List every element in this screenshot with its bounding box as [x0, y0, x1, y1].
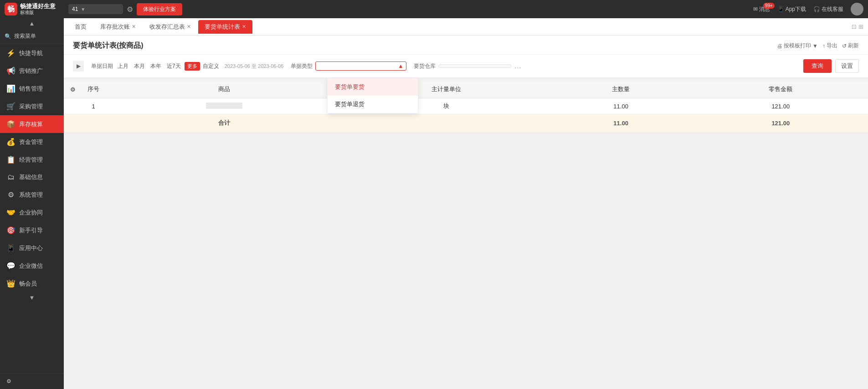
sidebar-scroll-up[interactable]: ▲ — [0, 18, 64, 29]
message-icon: ✉ — [753, 6, 758, 12]
col-product-header: 商品 — [105, 81, 344, 98]
export-button[interactable]: ↑ 导出 — [822, 42, 837, 50]
this-month-button[interactable]: 本月 — [132, 61, 147, 71]
tab-requisition-label: 要货单统计表 — [205, 23, 240, 31]
table-row[interactable]: 1 块 11.00 121.00 — [64, 98, 868, 114]
footer-quantity: 11.00 — [549, 114, 693, 132]
warehouse-filter-label: 要货仓库 — [414, 62, 436, 70]
sidebar-item-system[interactable]: ⚙ 系统管理 — [0, 186, 64, 204]
type-filter-arrow-icon[interactable]: ▲ — [398, 63, 403, 69]
filter-more-icon[interactable]: … — [514, 62, 521, 70]
custom-date-button[interactable]: 自定义 — [203, 62, 219, 70]
sidebar-settings-button[interactable]: ⚙ — [0, 374, 64, 389]
footer-unit — [344, 114, 549, 132]
refresh-label: 刷新 — [848, 42, 859, 50]
table-footer-row: 合计 11.00 121.00 — [64, 114, 868, 132]
sales-icon: 📊 — [6, 84, 15, 93]
sidebar-item-purchase[interactable]: 🛒 采购管理 — [0, 97, 64, 115]
tab-batch[interactable]: 库存批次账 ✕ — [94, 20, 142, 34]
messages-button[interactable]: ✉ 消息 99+ — [753, 5, 770, 13]
filter-expand-button[interactable]: ▶ — [73, 61, 84, 72]
logo-text: 畅捷通好生意 标准版 — [20, 3, 56, 15]
app-download-label: App下载 — [786, 5, 806, 13]
table-header-row: ⚙ 序号 商品 主计量单位 主数量 零售金额 — [64, 81, 868, 98]
sidebar-item-collab[interactable]: 🤝 企业协同 — [0, 204, 64, 221]
sidebar-scroll-down[interactable]: ▼ — [0, 292, 64, 303]
top-bar: 畅 畅捷通好生意 标准版 41 ▼ ⚙ 体验行业方案 ✉ 消息 99+ 📱 Ap… — [0, 0, 868, 18]
tab-requisition[interactable]: 要货单统计表 ✕ — [198, 20, 252, 34]
sidebar-item-inventory[interactable]: 📦 库存核算 — [0, 115, 64, 133]
col-settings-header[interactable]: ⚙ — [64, 81, 82, 98]
more-date-button[interactable]: 更多 — [185, 62, 200, 71]
wxbiz-icon: 💬 — [6, 261, 15, 270]
sidebar-item-marketing[interactable]: 📢 营销推广 — [0, 62, 64, 80]
branch-selector[interactable]: 41 ▼ — [68, 4, 123, 14]
tab-home[interactable]: 首页 — [68, 20, 93, 34]
sidebar-item-wxbiz[interactable]: 💬 企业微信 — [0, 257, 64, 275]
sidebar-appcenter-label: 应用中心 — [19, 244, 43, 252]
sidebar-sales-label: 销售管理 — [19, 85, 43, 93]
branch-arrow-icon: ▼ — [81, 7, 85, 12]
sidebar-item-guide[interactable]: 🎯 新手引导 — [0, 221, 64, 239]
guide-icon: 🎯 — [6, 226, 15, 235]
filter-settings-button[interactable]: 设置 — [835, 59, 859, 73]
footer-empty — [64, 114, 105, 132]
sidebar-item-appcenter[interactable]: 📱 应用中心 — [0, 239, 64, 257]
tab-summary-label: 收发存汇总表 — [149, 23, 185, 31]
branch-name: 41 — [72, 6, 78, 12]
quicknav-icon: ⚡ — [6, 49, 15, 57]
trial-button[interactable]: 体验行业方案 — [137, 3, 182, 15]
sidebar-quicknav-label: 快捷导航 — [19, 49, 43, 57]
data-table: ⚙ 序号 商品 主计量单位 主数量 零售金额 1 — [64, 81, 868, 132]
basic-icon: 🗂 — [6, 173, 15, 181]
col-amount-header: 零售金额 — [693, 81, 868, 98]
dropdown-item-requisition-return[interactable]: 要货单退货 — [328, 96, 418, 113]
last-7days-button[interactable]: 近7天 — [165, 61, 183, 71]
date-filter-label: 单据日期 — [91, 62, 113, 70]
tab-summary[interactable]: 收发存汇总表 ✕ — [143, 20, 197, 34]
search-icon: 🔍 — [5, 33, 11, 40]
dropdown-item-requisition-order[interactable]: 要货单要货 — [328, 78, 418, 96]
page-header: 要货单统计表(按商品) 🖨 按模板打印 ▼ ↑ 导出 ↺ 刷新 — [64, 36, 868, 55]
message-badge: 99+ — [763, 3, 775, 9]
sidebar-item-finance[interactable]: 💰 资金管理 — [0, 133, 64, 151]
user-avatar[interactable] — [851, 3, 863, 15]
system-icon: ⚙ — [6, 190, 15, 199]
sidebar-item-operation[interactable]: 📋 经营管理 — [0, 151, 64, 169]
sidebar-item-quicknav[interactable]: ⚡ 快捷导航 — [0, 44, 64, 62]
data-table-wrap: ⚙ 序号 商品 主计量单位 主数量 零售金额 1 — [64, 81, 868, 132]
type-dropdown-menu[interactable]: 要货单要货 要货单退货 — [327, 78, 418, 113]
filter-action-buttons: 查询 设置 — [803, 59, 859, 73]
sidebar-search-label: 搜索菜单 — [14, 32, 36, 40]
type-filter-input-wrap[interactable]: ▲ — [315, 61, 406, 71]
row-no-cell: 1 — [82, 98, 105, 114]
gear-icon[interactable]: ⚙ — [127, 5, 133, 14]
sidebar-item-member[interactable]: 👑 畅会员 — [0, 275, 64, 292]
warehouse-filter-input[interactable] — [438, 65, 511, 67]
app-download-button[interactable]: 📱 App下载 — [777, 5, 806, 13]
type-filter-label: 单据类型 — [291, 62, 313, 70]
type-filter-input[interactable] — [318, 63, 398, 69]
support-button[interactable]: 🎧 在线客服 — [813, 5, 843, 13]
last-month-button[interactable]: 上月 — [116, 61, 130, 71]
top-bar-center: 41 ▼ ⚙ 体验行业方案 — [68, 3, 749, 15]
tab-requisition-close[interactable]: ✕ — [242, 24, 246, 30]
operation-icon: 📋 — [6, 155, 15, 164]
this-year-button[interactable]: 本年 — [149, 61, 163, 71]
col-no-header: 序号 — [82, 81, 105, 98]
refresh-button[interactable]: ↺ 刷新 — [842, 42, 859, 50]
tab-batch-close[interactable]: ✕ — [132, 24, 136, 30]
sidebar-item-sales[interactable]: 📊 销售管理 — [0, 80, 64, 97]
query-button[interactable]: 查询 — [803, 59, 832, 73]
tab-expand-button[interactable]: ⊡ ⊞ — [852, 23, 863, 30]
tab-bar: 首页 库存批次账 ✕ 收发存汇总表 ✕ 要货单统计表 ✕ ⊡ ⊞ — [64, 18, 868, 36]
print-button[interactable]: 🖨 按模板打印 ▼ — [777, 42, 818, 50]
print-icon: 🖨 — [777, 43, 782, 49]
sidebar-operation-label: 经营管理 — [19, 156, 43, 164]
logo-icon: 畅 — [5, 3, 17, 15]
sidebar-item-search[interactable]: 🔍 搜索菜单 — [0, 29, 64, 44]
tab-summary-close[interactable]: ✕ — [187, 24, 191, 30]
page-content: 要货单统计表(按商品) 🖨 按模板打印 ▼ ↑ 导出 ↺ 刷新 — [64, 36, 868, 389]
top-bar-right: ✉ 消息 99+ 📱 App下载 🎧 在线客服 — [753, 3, 863, 15]
sidebar-item-basic[interactable]: 🗂 基础信息 — [0, 169, 64, 186]
